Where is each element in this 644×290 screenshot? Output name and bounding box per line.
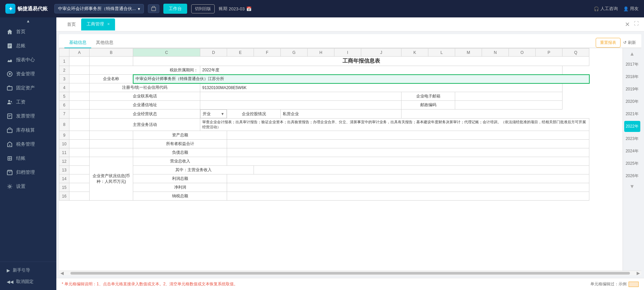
year-item-2017[interactable]: 2017年 [624, 59, 640, 70]
tab-home[interactable]: 首页 [62, 19, 81, 30]
year-item-2021[interactable]: 2021年 [624, 108, 640, 120]
row4-A[interactable] [69, 83, 90, 92]
row3-value[interactable]: 中审众环会计师事务所（特殊普通合伙）江苏分所 [133, 75, 589, 83]
sidebar-item-unpin[interactable]: ◀◀ 取消固定 [0, 276, 56, 287]
row10-A[interactable] [69, 140, 90, 148]
row5-A[interactable] [69, 92, 90, 101]
panel-close-icon[interactable]: ✕ [625, 21, 630, 28]
sidebar-item-inventory[interactable]: 库存核算 [0, 123, 56, 137]
svg-rect-3 [7, 87, 12, 90]
row12-value[interactable] [227, 157, 589, 166]
chevron-down-icon: ▾ [138, 6, 140, 11]
col-header-H: H [308, 49, 334, 57]
sub-tab-basic[interactable]: 基础信息 [64, 38, 91, 48]
sample-cell [629, 282, 639, 287]
row7-ctrl-value[interactable]: 私营企业 [281, 110, 401, 119]
sidebar-item-finance[interactable]: 资金管理 [0, 67, 56, 81]
row1-A[interactable] [69, 57, 90, 66]
tab-close-icon[interactable]: × [107, 21, 110, 26]
year-item-2024[interactable]: 2024年 [624, 146, 640, 157]
row13-value[interactable] [254, 166, 589, 174]
sidebar-item-hr[interactable]: 工资 [0, 95, 56, 109]
workbench-button[interactable]: 工作台 [163, 4, 187, 14]
row5-phone[interactable] [200, 92, 401, 101]
consult-button[interactable]: 🎧 人工咨询 [594, 6, 618, 12]
row9-B[interactable] [90, 131, 133, 140]
company-icon-btn[interactable] [148, 4, 159, 13]
table-row: 10 所有者权益合计 [59, 140, 589, 148]
row1-B[interactable] [90, 57, 133, 66]
user-menu[interactable]: 👤 用友 [623, 6, 639, 12]
invoice-icon [7, 113, 13, 119]
row14-value[interactable] [227, 174, 589, 183]
row8-value[interactable]: 审查企业会计报表；出具审计报告；验证企业资本；出具验资报告；办理企业合并、分立、… [200, 119, 589, 131]
year-nav-up[interactable]: ▲ [628, 50, 636, 58]
year-nav-down[interactable]: ▼ [628, 182, 636, 191]
row11-A[interactable] [69, 148, 90, 157]
inventory-icon [7, 127, 13, 133]
row10-B[interactable] [90, 140, 133, 148]
panel-expand-icon[interactable]: ⛶ [634, 21, 639, 28]
row10-value[interactable] [227, 140, 589, 148]
col-header-O: O [509, 49, 536, 57]
h-scrollbar-thumb[interactable] [70, 272, 630, 275]
sidebar-item-new-guide[interactable]: ▶ 新手引导 [0, 265, 56, 276]
year-item-2020[interactable]: 2020年 [624, 96, 640, 107]
sidebar-item-home[interactable]: 首页 [0, 25, 56, 39]
year-item-2025[interactable]: 2025年 [624, 158, 640, 169]
sidebar-scroll-up[interactable]: ▲ [0, 17, 56, 25]
year-item-2022[interactable]: 2022年 [624, 121, 640, 132]
scroll-right-icon[interactable]: ▶ [637, 271, 640, 275]
year-item-2018[interactable]: 2018年 [624, 71, 640, 82]
col-header-row: A B C D E F G H I J [59, 49, 589, 57]
sidebar-item-archive[interactable]: 归档管理 [0, 165, 56, 179]
row7-A[interactable] [69, 110, 90, 119]
row8-A[interactable] [69, 119, 90, 131]
tab-business-mgmt[interactable]: 工商管理 × [81, 18, 115, 30]
company-selector[interactable]: 中审众环会计师事务所（特殊普通合伙... ▾ [54, 4, 144, 13]
h-scrollbar[interactable]: ◀ ▶ [59, 271, 641, 275]
spreadsheet-scroll[interactable]: A B C D E F G H I J [59, 48, 623, 271]
sidebar-item-invoice[interactable]: 发票管理 [0, 109, 56, 123]
year-item-2026[interactable]: 2026年 [624, 170, 640, 182]
row12-A[interactable] [69, 157, 90, 166]
row9-value[interactable] [227, 131, 589, 140]
row14-A[interactable] [69, 174, 90, 183]
row6-postal[interactable] [455, 101, 562, 110]
row2-value[interactable]: 2022年度 [200, 66, 562, 75]
year-item-2023[interactable]: 2023年 [624, 133, 640, 144]
row15-A[interactable] [69, 183, 90, 192]
row12-label: 营业总收入 [133, 157, 227, 166]
table-row: 16 纳税总额 [59, 192, 589, 201]
calendar-icon[interactable]: 📅 [246, 6, 252, 11]
row2-A[interactable] [69, 66, 90, 75]
year-item-2019[interactable]: 2019年 [624, 84, 640, 95]
refresh-button[interactable]: ↺ 刷新 [623, 40, 636, 46]
sidebar-item-reports[interactable]: 报表中心 [0, 53, 56, 67]
row16-A[interactable] [69, 192, 90, 201]
sidebar-item-assets[interactable]: 固定资产 [0, 81, 56, 95]
row11-value[interactable] [227, 148, 589, 157]
reset-report-button[interactable]: 重置报表 [596, 38, 621, 48]
row9-A[interactable] [69, 131, 90, 140]
table-row: 14 利润总额 [59, 174, 589, 183]
sidebar-item-close[interactable]: 结账 [0, 151, 56, 165]
svg-rect-7 [7, 129, 12, 133]
row15-value[interactable] [227, 183, 589, 192]
sidebar-label-inventory: 库存核算 [16, 127, 35, 133]
row13-A[interactable] [69, 166, 90, 174]
row5-email[interactable] [455, 92, 562, 101]
row6-addr[interactable] [200, 101, 401, 110]
row6-A[interactable] [69, 101, 90, 110]
sidebar-item-ledger[interactable]: 总账 [0, 39, 56, 53]
sidebar-item-settings[interactable]: 设置 [0, 179, 56, 194]
row3-A[interactable] [69, 75, 90, 83]
row16-value[interactable] [227, 192, 589, 201]
scroll-left-icon[interactable]: ◀ [60, 271, 64, 275]
sidebar-item-tax[interactable]: 税务管理 [0, 137, 56, 151]
switch-version-button[interactable]: 切到旧版 [191, 4, 215, 13]
row11-B[interactable] [90, 148, 133, 157]
row7-status[interactable]: 开业▼ [200, 110, 227, 118]
sub-tab-other[interactable]: 其他信息 [91, 38, 118, 48]
row4-value[interactable]: 91320100MA208E5W6K [200, 83, 562, 92]
